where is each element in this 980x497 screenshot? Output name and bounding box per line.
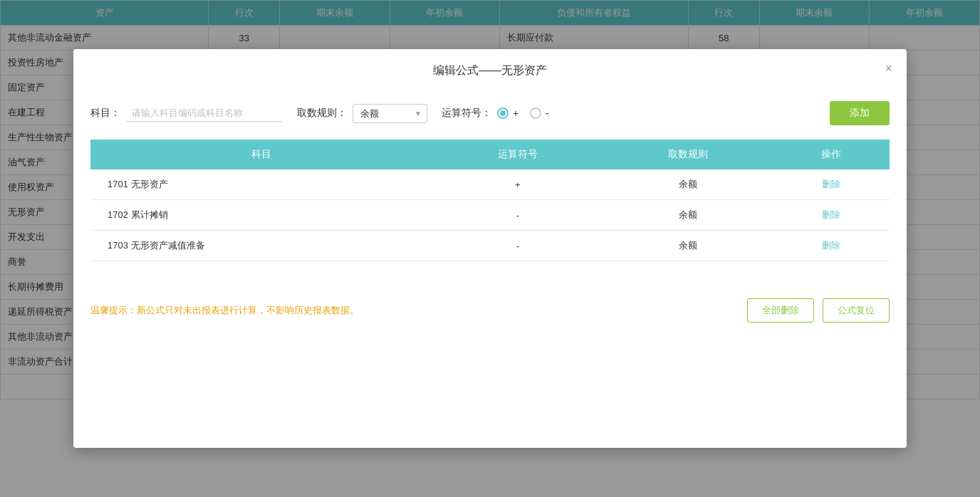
modal-body: 科目： 取数规则： 余额 借方发生额 贷方发生额 净发生额 ▼: [73, 90, 907, 287]
cell-rule: 余额: [603, 231, 773, 261]
operator-minus-option[interactable]: -: [530, 108, 549, 119]
add-button[interactable]: 添加: [830, 101, 890, 125]
modal-title: 编辑公式——无形资产: [433, 64, 547, 76]
cell-action: 删除: [773, 169, 890, 200]
delete-link[interactable]: 删除: [822, 240, 840, 251]
cell-operator: -: [432, 231, 603, 261]
operator-plus-label: +: [513, 108, 518, 119]
radio-minus-icon: [530, 108, 541, 119]
subject-group: 科目：: [90, 105, 283, 122]
delete-link[interactable]: 删除: [822, 209, 840, 220]
subject-input[interactable]: [126, 105, 283, 122]
th-subject: 科目: [90, 140, 432, 169]
rule-select-wrapper: 余额 借方发生额 贷方发生额 净发生额 ▼: [353, 104, 427, 123]
rule-label: 取数规则：: [297, 107, 347, 120]
cell-subject: 1703 无形资产减值准备: [90, 231, 432, 261]
radio-plus-icon: [497, 108, 509, 119]
th-action: 操作: [773, 140, 890, 169]
operator-group: 运算符号： + -: [442, 107, 549, 120]
table-row: 1703 无形资产减值准备 - 余额 删除: [90, 231, 890, 261]
cell-operator: +: [432, 169, 603, 200]
operator-label: 运算符号：: [442, 107, 491, 120]
modal-footer: 温馨提示：新公式只对未出报表进行计算，不影响历史报表数据。 全部删除 公式复位: [73, 287, 907, 337]
reset-formula-button[interactable]: 公式复位: [823, 298, 890, 323]
cell-action: 删除: [773, 231, 890, 261]
cell-rule: 余额: [603, 169, 773, 200]
cell-subject: 1701 无形资产: [90, 169, 432, 200]
operator-plus-option[interactable]: +: [497, 108, 518, 119]
operator-minus-label: -: [546, 108, 549, 119]
footer-buttons: 全部删除 公式复位: [747, 298, 890, 323]
modal-close-button[interactable]: ×: [885, 62, 892, 75]
delete-all-button[interactable]: 全部删除: [747, 298, 814, 323]
operator-radio-group: + -: [497, 108, 549, 119]
cell-subject: 1702 累计摊销: [90, 200, 432, 231]
rule-group: 取数规则： 余额 借方发生额 贷方发生额 净发生额 ▼: [297, 104, 427, 123]
table-row: 1701 无形资产 + 余额 删除: [90, 169, 890, 200]
th-rule: 取数规则: [603, 140, 773, 169]
formula-table: 科目 运算符号 取数规则 操作 1701 无形资产 + 余额 删除 1702 累…: [90, 140, 890, 261]
cell-action: 删除: [773, 200, 890, 231]
footer-tip: 温馨提示：新公式只对未出报表进行计算，不影响历史报表数据。: [90, 304, 359, 317]
table-row: 1702 累计摊销 - 余额 删除: [90, 200, 890, 231]
cell-operator: -: [432, 200, 603, 231]
form-row: 科目： 取数规则： 余额 借方发生额 贷方发生额 净发生额 ▼: [90, 101, 890, 125]
modal-header: 编辑公式——无形资产 ×: [73, 49, 907, 90]
cell-rule: 余额: [603, 200, 773, 231]
modal-overlay: 编辑公式——无形资产 × 科目： 取数规则： 余额 借方发生额 贷方发生额: [0, 0, 980, 497]
rule-select[interactable]: 余额 借方发生额 贷方发生额 净发生额: [353, 104, 427, 123]
modal-dialog: 编辑公式——无形资产 × 科目： 取数规则： 余额 借方发生额 贷方发生额: [73, 49, 907, 448]
delete-link[interactable]: 删除: [822, 179, 840, 189]
th-operator: 运算符号: [432, 140, 603, 169]
table-header-row: 科目 运算符号 取数规则 操作: [90, 140, 890, 169]
subject-label: 科目：: [90, 107, 120, 120]
